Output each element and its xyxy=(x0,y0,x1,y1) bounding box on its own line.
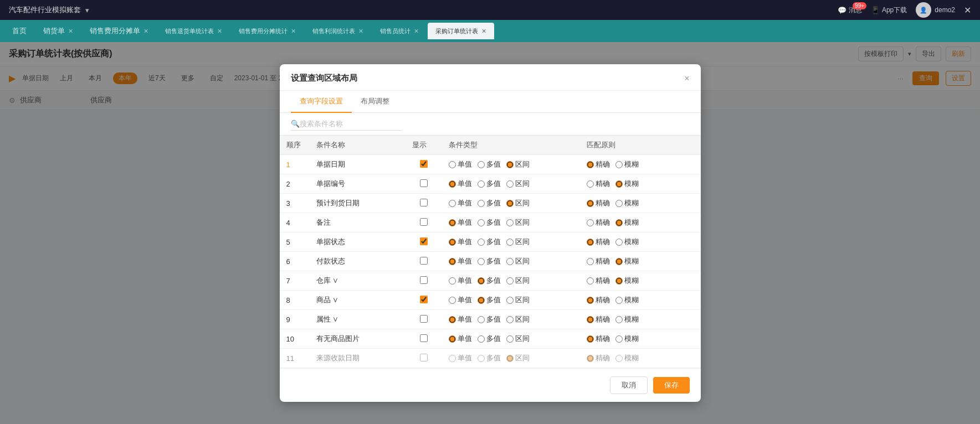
row-10-match-exact[interactable]: 精确 xyxy=(587,334,610,344)
row-3-type-multi[interactable]: 多值 xyxy=(478,198,501,208)
row-3-display[interactable] xyxy=(406,194,442,213)
row-4-match-exact[interactable]: 精确 xyxy=(587,218,610,227)
row-1-match-exact[interactable]: 精确 xyxy=(587,159,610,169)
row-10-type-multi[interactable]: 多值 xyxy=(478,334,501,344)
row-10-match-fuzzy[interactable]: 模糊 xyxy=(615,334,639,344)
user-avatar[interactable]: 👤 demo2 xyxy=(916,2,955,18)
tab-tab7[interactable]: 采购订单统计表 ✕ xyxy=(428,23,494,39)
row-7-match-fuzzy[interactable]: 模糊 xyxy=(615,276,639,286)
row-4-checkbox[interactable] xyxy=(420,218,428,226)
row-7-type-single[interactable]: 单值 xyxy=(449,276,472,286)
row-10-type-single[interactable]: 单值 xyxy=(449,334,472,344)
row-2-match-fuzzy[interactable]: 模糊 xyxy=(615,179,639,189)
row-4-display[interactable] xyxy=(406,213,442,232)
dialog-close-button[interactable]: × xyxy=(684,74,689,84)
dropdown-icon[interactable]: ▾ xyxy=(85,6,89,14)
tab-tab5-close[interactable]: ✕ xyxy=(358,28,363,35)
row-9-match-exact[interactable]: 精确 xyxy=(587,314,610,324)
row-2-match-exact[interactable]: 精确 xyxy=(587,179,610,189)
tab-tab5[interactable]: 销售利润统计表 ✕ xyxy=(305,23,371,39)
row-5-match-exact[interactable]: 精确 xyxy=(587,237,610,247)
row-3-checkbox[interactable] xyxy=(420,199,428,206)
row-8-type-range[interactable]: 区间 xyxy=(506,295,530,305)
tab-layout[interactable]: 布局调整 xyxy=(352,91,398,113)
row-5-type-single[interactable]: 单值 xyxy=(449,237,472,247)
row-3-match-exact[interactable]: 精确 xyxy=(587,198,610,208)
message-badge[interactable]: 💬 99+ 消息 xyxy=(838,6,862,15)
row-4-type-range[interactable]: 区间 xyxy=(506,218,530,227)
row-3-type-range[interactable]: 区间 xyxy=(506,198,530,208)
row-4-match-fuzzy[interactable]: 模糊 xyxy=(615,218,639,227)
row-2-type-range[interactable]: 区间 xyxy=(506,179,530,189)
row-8-type-single[interactable]: 单值 xyxy=(449,295,472,305)
row-9-checkbox[interactable] xyxy=(420,315,428,323)
tab-fields[interactable]: 查询字段设置 xyxy=(291,91,352,113)
row-9-display[interactable] xyxy=(406,310,442,329)
row-8-display[interactable] xyxy=(406,291,442,310)
row-2-display[interactable] xyxy=(406,174,442,194)
tab-tab6[interactable]: 销售员统计 ✕ xyxy=(372,23,427,39)
row-10-display[interactable] xyxy=(406,329,442,349)
row-9-type-range[interactable]: 区间 xyxy=(506,314,530,324)
row-9-type-multi[interactable]: 多值 xyxy=(478,314,501,324)
row-8-match-fuzzy[interactable]: 模糊 xyxy=(615,295,639,305)
row-10-checkbox[interactable] xyxy=(420,334,428,342)
row-6-match-exact[interactable]: 精确 xyxy=(587,256,610,266)
tab-tab3[interactable]: 销售退货单统计表 ✕ xyxy=(157,23,230,39)
row-3-match-fuzzy[interactable]: 模糊 xyxy=(615,198,639,208)
row-1-type-range[interactable]: 区间 xyxy=(506,159,530,169)
tab-tab4[interactable]: 销售费用分摊统计 ✕ xyxy=(231,23,304,39)
row-1-type-single[interactable]: 单值 xyxy=(449,159,472,169)
row-7-match-exact[interactable]: 精确 xyxy=(587,276,610,286)
row-1-type-multi[interactable]: 多值 xyxy=(478,159,501,169)
row-4-type-single[interactable]: 单值 xyxy=(449,218,472,227)
row-2-type-multi[interactable]: 多值 xyxy=(478,179,501,189)
row-2-type-single[interactable]: 单值 xyxy=(449,179,472,189)
tab-tab6-close[interactable]: ✕ xyxy=(414,28,419,35)
row-7-display[interactable] xyxy=(406,271,442,291)
tab-sales-order[interactable]: 销货单 ✕ xyxy=(35,23,81,39)
tab-tab7-close[interactable]: ✕ xyxy=(481,28,486,35)
row-7-type-multi[interactable]: 多值 xyxy=(478,276,501,286)
tab-home[interactable]: 首页 xyxy=(4,23,34,39)
tab-tab4-close[interactable]: ✕ xyxy=(291,28,296,35)
save-button[interactable]: 保存 xyxy=(653,377,690,394)
row-11-type-single[interactable]: 单值 xyxy=(449,353,472,363)
row-1-match-fuzzy[interactable]: 模糊 xyxy=(615,159,639,169)
row-5-match-fuzzy[interactable]: 模糊 xyxy=(615,237,639,247)
row-8-checkbox[interactable] xyxy=(420,296,428,303)
row-11-type-multi[interactable]: 多值 xyxy=(478,353,501,363)
row-11-display[interactable] xyxy=(406,349,442,368)
row-8-match-exact[interactable]: 精确 xyxy=(587,295,610,305)
window-close-icon[interactable]: ✕ xyxy=(964,5,971,15)
row-5-display[interactable] xyxy=(406,232,442,252)
tab-sales-expense[interactable]: 销售费用分摊单 ✕ xyxy=(82,23,156,39)
row-7-checkbox[interactable] xyxy=(420,276,428,284)
row-6-type-multi[interactable]: 多值 xyxy=(478,256,501,266)
row-5-type-range[interactable]: 区间 xyxy=(506,237,530,247)
row-11-match-fuzzy[interactable]: 模糊 xyxy=(615,353,639,363)
row-9-type-single[interactable]: 单值 xyxy=(449,314,472,324)
row-11-type-range[interactable]: 区间 xyxy=(506,353,530,363)
search-input[interactable] xyxy=(300,120,402,128)
row-1-checkbox[interactable] xyxy=(420,160,428,168)
row-3-type-single[interactable]: 单值 xyxy=(449,198,472,208)
tab-sales-order-close[interactable]: ✕ xyxy=(68,28,73,35)
row-10-type-range[interactable]: 区间 xyxy=(506,334,530,344)
row-4-type-multi[interactable]: 多值 xyxy=(478,218,501,227)
cancel-button[interactable]: 取消 xyxy=(610,376,648,394)
row-1-display[interactable] xyxy=(406,155,442,174)
row-11-match-exact[interactable]: 精确 xyxy=(587,353,610,363)
row-6-match-fuzzy[interactable]: 模糊 xyxy=(615,256,639,266)
tab-sales-expense-close[interactable]: ✕ xyxy=(143,28,148,35)
row-6-type-single[interactable]: 单值 xyxy=(449,256,472,266)
row-11-checkbox[interactable] xyxy=(420,354,428,361)
row-6-type-range[interactable]: 区间 xyxy=(506,256,530,266)
row-9-match-fuzzy[interactable]: 模糊 xyxy=(615,314,639,324)
tab-tab3-close[interactable]: ✕ xyxy=(217,28,222,35)
row-5-type-multi[interactable]: 多值 xyxy=(478,237,501,247)
row-8-type-multi[interactable]: 多值 xyxy=(478,295,501,305)
row-7-type-range[interactable]: 区间 xyxy=(506,276,530,286)
row-6-display[interactable] xyxy=(406,252,442,271)
row-2-checkbox[interactable] xyxy=(420,179,428,187)
